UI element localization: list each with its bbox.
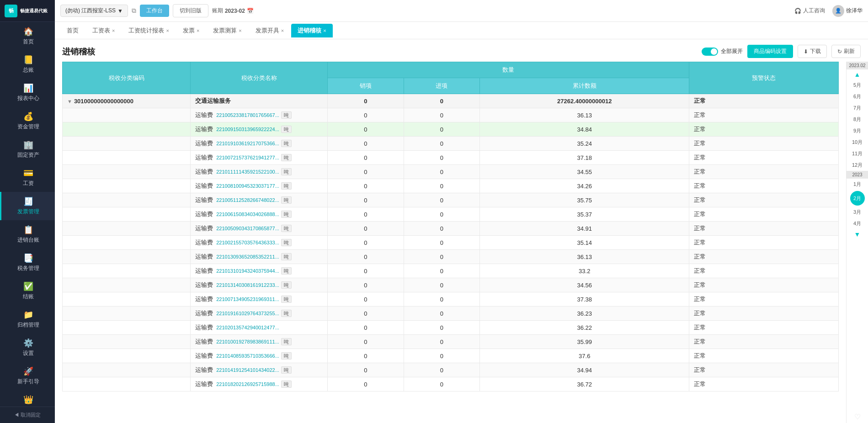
sidebar-item-label: 报表中心 bbox=[17, 95, 39, 102]
row-name: 运输费 bbox=[195, 296, 213, 302]
calendar-icon[interactable]: 📅 bbox=[247, 8, 254, 14]
table-wrapper[interactable]: 税收分类编码 税收分类名称 数量 预警状态 销项 进项 累计数额 bbox=[55, 62, 846, 423]
cell-status: 正常 bbox=[689, 151, 839, 165]
invoice-number[interactable]: 221013140308161912233... bbox=[216, 282, 279, 288]
sidebar-item-settlement[interactable]: ✅ 结账 bbox=[0, 277, 55, 305]
sidebar-item-funds[interactable]: 💰 资金管理 bbox=[0, 107, 55, 135]
cal-month-7[interactable]: 7月 bbox=[847, 102, 868, 114]
sidebar-unpin[interactable]: ◀ 取消固定 bbox=[0, 407, 55, 423]
tab-invoice[interactable]: 发票 × bbox=[176, 24, 206, 37]
invoice-number[interactable]: 221019103619217075366... bbox=[216, 141, 279, 146]
company-selector[interactable]: (勿动) 江西报室-LSS ▼ bbox=[60, 5, 128, 17]
row-name: 运输费 bbox=[195, 381, 213, 387]
switch-button[interactable]: 切到旧版 bbox=[173, 4, 208, 17]
invoice-number[interactable]: 221002155703576436333... bbox=[216, 240, 279, 245]
tab-close-icon[interactable]: × bbox=[323, 28, 326, 33]
expand-icon[interactable]: ▼ bbox=[67, 99, 72, 104]
cal-favorite-icon[interactable]: ♡ bbox=[847, 411, 868, 423]
tab-reconciliation[interactable]: 进销稽核 × bbox=[291, 24, 332, 37]
sidebar-item-guide[interactable]: 🚀 新手引导 bbox=[0, 362, 55, 390]
table-body: ▼301000000000000000交通运输服务0027262.4000000… bbox=[63, 94, 839, 391]
table-row: 运输费 221018202126925715988... 吨0036.72正常 bbox=[63, 377, 839, 391]
tab-close-icon[interactable]: × bbox=[112, 28, 115, 33]
cell-cumulative: 34.26 bbox=[480, 179, 689, 193]
download-button[interactable]: ⬇ 下载 bbox=[798, 45, 827, 58]
sidebar-item-assets[interactable]: 🏢 固定资产 bbox=[0, 135, 55, 164]
invoice-number[interactable]: 221007134905231969311... bbox=[216, 296, 279, 302]
invoice-number[interactable]: 221014085935710353666... bbox=[216, 353, 279, 359]
cal-month-9[interactable]: 9月 bbox=[847, 125, 868, 137]
sidebar-item-ledger[interactable]: 📒 总账 bbox=[0, 50, 55, 79]
tab-close-icon[interactable]: × bbox=[239, 28, 241, 33]
sidebar-item-label: 新手引导 bbox=[17, 378, 39, 386]
cal-month-10[interactable]: 10月 bbox=[847, 137, 868, 148]
invoice-number[interactable]: 221010019278983869111... bbox=[216, 339, 279, 344]
refresh-button[interactable]: ↻ 刷新 bbox=[831, 45, 861, 58]
sidebar-item-purchase[interactable]: 📋 进销台账 bbox=[0, 220, 55, 249]
cal-month-4[interactable]: 4月 bbox=[847, 218, 868, 229]
tax-icon: 📑 bbox=[23, 253, 33, 263]
cal-scroll-up[interactable]: ▲ bbox=[847, 69, 868, 79]
invoice-number[interactable]: 221008100945323037177... bbox=[216, 183, 279, 189]
tab-salary-table[interactable]: 工资表 × bbox=[86, 24, 121, 37]
sidebar-item-archive[interactable]: 📁 归档管理 bbox=[0, 305, 55, 333]
table-row: 运输费 221014085935710353666... 吨0037.6正常 bbox=[63, 349, 839, 363]
tab-salary-stats[interactable]: 工资统计报表 × bbox=[122, 24, 175, 37]
sidebar-item-member[interactable]: 👑 畅会员 bbox=[0, 390, 55, 407]
calendar-panel: 2023.02 ▲ 5月 6月 7月 8月 9月 10月 11月 12月 202… bbox=[846, 62, 868, 423]
unit-badge: 吨 bbox=[281, 111, 292, 119]
cell-status: 正常 bbox=[689, 179, 839, 193]
sidebar: 畅 畅捷通易代账 🏠 首页 📒 总账 📊 报表中心 💰 资金管理 🏢 固定资产 … bbox=[0, 0, 55, 423]
support-link[interactable]: 🎧 人工咨询 bbox=[794, 7, 825, 15]
sku-settings-button[interactable]: 商品编码设置 bbox=[747, 45, 793, 58]
sidebar-item-home[interactable]: 🏠 首页 bbox=[0, 22, 55, 50]
cal-month-11[interactable]: 11月 bbox=[847, 148, 868, 159]
cal-month-3[interactable]: 3月 bbox=[847, 206, 868, 218]
tab-close-icon[interactable]: × bbox=[281, 28, 284, 33]
tab-invoice-calc[interactable]: 发票测算 × bbox=[207, 24, 248, 37]
sidebar-item-salary[interactable]: 💳 工资 bbox=[0, 164, 55, 192]
sidebar-item-settings[interactable]: ⚙️ 设置 bbox=[0, 333, 55, 362]
sidebar-item-tax[interactable]: 📑 税务管理 bbox=[0, 249, 55, 277]
copy-icon[interactable]: ⧉ bbox=[132, 7, 136, 15]
workbench-button[interactable]: 工作台 bbox=[140, 5, 169, 17]
sidebar-item-reports[interactable]: 📊 报表中心 bbox=[0, 79, 55, 107]
invoice-number[interactable]: 221007215737621941277... bbox=[216, 155, 279, 160]
cal-month-5[interactable]: 5月 bbox=[847, 79, 868, 91]
invoice-number[interactable]: 221005090343170865877... bbox=[216, 226, 279, 231]
cal-scroll-down[interactable]: ▼ bbox=[847, 229, 868, 239]
invoice-number[interactable]: 221013093652085352211... bbox=[216, 254, 279, 259]
invoice-number[interactable]: 221006150834034026888... bbox=[216, 212, 279, 217]
tab-invoice-open[interactable]: 发票开具 × bbox=[249, 24, 290, 37]
invoice-number[interactable]: 221014191254101434022... bbox=[216, 367, 279, 373]
cal-month-2-active[interactable]: 2月 bbox=[850, 191, 865, 206]
cell-purchase: 0 bbox=[404, 278, 480, 292]
invoice-number[interactable]: 221005233817801765667... bbox=[216, 112, 279, 118]
invoice-number[interactable]: 221019161029764373255... bbox=[216, 311, 279, 316]
cal-year-cur: 2023 bbox=[847, 171, 868, 179]
invoice-number[interactable]: 221018202126925715988... bbox=[216, 381, 279, 387]
cal-month-12[interactable]: 12月 bbox=[847, 159, 868, 171]
invoice-number[interactable]: 221005112528266748022... bbox=[216, 197, 279, 203]
tab-close-icon[interactable]: × bbox=[166, 28, 169, 33]
cal-month-8[interactable]: 8月 bbox=[847, 114, 868, 125]
cell-tax-name: 运输费 221010019278983869111... 吨 bbox=[191, 335, 328, 349]
invoice-number[interactable]: 221011111435921522100... bbox=[216, 169, 279, 174]
tab-home[interactable]: 首页 bbox=[60, 24, 85, 37]
user-menu[interactable]: 👤 徐泽华 bbox=[832, 5, 863, 17]
cell-purchase: 0 bbox=[404, 377, 480, 391]
invoice-number[interactable]: 221020135742940012477... bbox=[216, 325, 279, 330]
cal-month-6[interactable]: 6月 bbox=[847, 91, 868, 102]
invoice-number[interactable]: 221013101943240375944... bbox=[216, 268, 279, 274]
tab-close-icon[interactable]: × bbox=[197, 28, 199, 33]
cell-purchase: 0 bbox=[404, 207, 480, 222]
cell-sales: 0 bbox=[328, 151, 404, 165]
cal-month-1[interactable]: 1月 bbox=[847, 179, 868, 190]
invoice-number[interactable]: 221009150313965922224... bbox=[216, 127, 279, 132]
page-actions: 全部展开 商品编码设置 ⬇ 下载 ↻ 刷新 bbox=[702, 45, 861, 58]
toggle-all-switch[interactable] bbox=[702, 48, 718, 56]
cell-sales: 0 bbox=[328, 193, 404, 207]
cell-status: 正常 bbox=[689, 250, 839, 264]
sidebar-item-invoice[interactable]: 🧾 发票管理 bbox=[0, 192, 55, 220]
cell-tax-code bbox=[63, 278, 191, 292]
